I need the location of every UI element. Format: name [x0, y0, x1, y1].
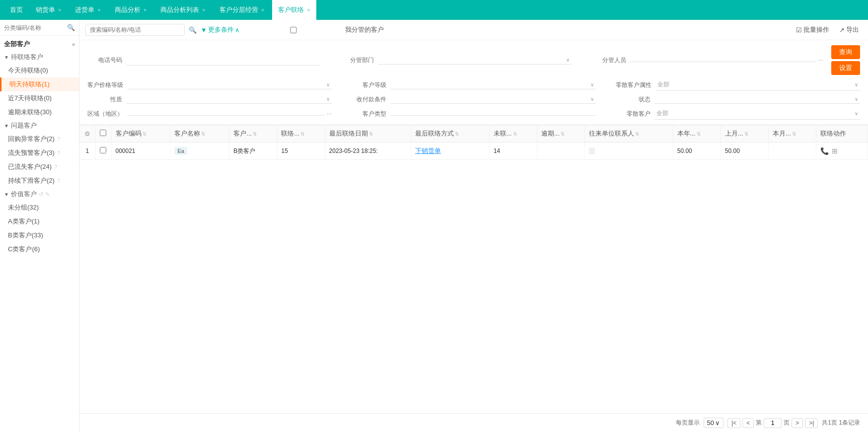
- col-contact-count-header[interactable]: 联络... ⇅: [277, 125, 325, 143]
- nav-tab-5[interactable]: 客户联络 ×: [272, 0, 316, 20]
- nav-tab-0[interactable]: 销货单 ×: [30, 0, 67, 20]
- my-customers-checkbox-area[interactable]: 我分管的客户: [244, 25, 384, 34]
- row-last-method[interactable]: 下销货单: [411, 143, 489, 160]
- price-level-select[interactable]: ∨: [127, 80, 332, 89]
- close-tab-1-icon[interactable]: ×: [97, 7, 100, 13]
- sidebar-item-c-class[interactable]: C类客户(6): [0, 242, 79, 256]
- sort-overdue-icon: ⇅: [561, 131, 565, 137]
- sidebar-item-repurchase[interactable]: 回购异常客户(2) ?: [0, 132, 79, 146]
- nav-tab-1[interactable]: 进货单 ×: [69, 0, 106, 20]
- edit-icon[interactable]: ✎: [45, 191, 50, 198]
- row-checkbox-cell[interactable]: [95, 143, 111, 160]
- row-type: B类客户: [229, 143, 277, 160]
- table-settings-icon[interactable]: ⚙: [84, 130, 90, 138]
- nav-home[interactable]: 首页: [5, 5, 28, 14]
- sidebar-search-input[interactable]: [4, 24, 67, 31]
- action-grid-icon[interactable]: ⊞: [832, 147, 838, 155]
- select-all-checkbox[interactable]: [100, 130, 106, 136]
- sidebar-search-icon[interactable]: 🔍: [67, 24, 75, 31]
- export-btn[interactable]: ↗ 导出: [836, 24, 862, 36]
- next-page-btn[interactable]: >: [792, 418, 803, 428]
- col-last-month-header[interactable]: 上月... ⇅: [721, 125, 768, 143]
- sidebar-item-churn-warn[interactable]: 流失预警客户(3) ?: [0, 146, 79, 160]
- more-filter-btn[interactable]: ▼ 更多条件 ∧: [201, 25, 240, 34]
- col-unit-contact-header[interactable]: 往来单位联系人 ⇅: [585, 125, 673, 143]
- sidebar-item-churned[interactable]: 已流失客户(24) ?: [0, 160, 79, 174]
- sidebar-search-area: 🔍: [0, 20, 79, 36]
- nav-tab-2[interactable]: 商品分析 ×: [109, 0, 152, 20]
- action-phone-icon[interactable]: 📞: [820, 147, 829, 155]
- phone-input[interactable]: [126, 55, 319, 66]
- last-page-btn[interactable]: >|: [805, 418, 818, 428]
- collapse-icon[interactable]: «: [72, 41, 75, 47]
- sidebar-item-tomorrow[interactable]: 明天待联络(1): [0, 77, 79, 91]
- batch-op-btn[interactable]: ☑ 批量操作: [793, 24, 832, 36]
- help-icon-0: ?: [57, 137, 60, 142]
- cust-type-select[interactable]: [390, 112, 596, 116]
- sidebar-item-overdue[interactable]: 逾期未联络(30): [0, 105, 79, 119]
- status-select[interactable]: ∨: [654, 95, 860, 104]
- sidebar-item-today[interactable]: 今天待联络(0): [0, 64, 79, 77]
- sidebar-item-declining[interactable]: 持续下滑客户(2) ?: [0, 174, 79, 188]
- name-tag: Ea: [174, 147, 187, 155]
- phone-label: 电话号码: [87, 56, 122, 65]
- prev-page-btn[interactable]: <: [742, 418, 754, 428]
- search-input[interactable]: [85, 24, 185, 36]
- page-suffix: 页: [784, 419, 790, 427]
- my-customers-checkbox[interactable]: [244, 27, 343, 33]
- region-dots[interactable]: ···: [327, 110, 332, 117]
- col-code-header[interactable]: 客户编码 ⇅: [111, 125, 170, 143]
- retail-attr-select[interactable]: 全部 ∨: [655, 79, 860, 91]
- col-overdue-header[interactable]: 逾期... ⇅: [537, 125, 585, 143]
- page-size-chevron-icon: ∨: [715, 419, 720, 427]
- close-tab-2-icon[interactable]: ×: [144, 7, 146, 13]
- col-name-header[interactable]: 客户名称 ⇅: [170, 125, 229, 143]
- close-tab-5-icon[interactable]: ×: [307, 7, 310, 13]
- nav-tab-3[interactable]: 商品分析列表 ×: [154, 0, 211, 20]
- col-last-method-header[interactable]: 最后联络方式 ⇅: [411, 125, 489, 143]
- sidebar-item-ungrouped[interactable]: 未分组(32): [0, 201, 79, 215]
- col-last-date-header[interactable]: 最后联络日期 ⇅: [325, 125, 411, 143]
- refresh-icon[interactable]: ↺: [39, 191, 43, 198]
- adv-field-region: 区域（地区） ···: [87, 110, 332, 118]
- sidebar-item-a-class[interactable]: A类客户(1): [0, 215, 79, 228]
- value-arrow-icon: ▼: [4, 192, 9, 197]
- region-select[interactable]: [127, 112, 325, 116]
- close-tab-0-icon[interactable]: ×: [58, 7, 61, 13]
- problem-customers-group[interactable]: ▼ 问题客户: [0, 119, 79, 132]
- nav-tab-4[interactable]: 客户分层经营 ×: [214, 0, 270, 20]
- customer-level-select[interactable]: ∨: [390, 80, 596, 89]
- adv-filter-row-3: 性质 ∨ 收付款条件 ∨ 状态: [87, 95, 860, 104]
- person-select[interactable]: [630, 59, 816, 62]
- nature-select[interactable]: ∨: [126, 95, 332, 104]
- row-name[interactable]: Ea: [170, 143, 229, 160]
- sidebar-item-7days[interactable]: 近7天待联络(0): [0, 91, 79, 105]
- query-button[interactable]: 查询: [831, 45, 860, 59]
- col-type-header[interactable]: 客户... ⇅: [229, 125, 277, 143]
- row-checkbox[interactable]: [100, 147, 106, 153]
- sidebar-item-b-class[interactable]: B类客户(33): [0, 228, 79, 242]
- sort-this-month-icon: ⇅: [792, 131, 796, 137]
- adv-actions: 查询 设置: [831, 45, 860, 75]
- pending-contact-group[interactable]: ▼ 待联络客户: [0, 51, 79, 64]
- col-settings[interactable]: ⚙: [79, 125, 95, 143]
- col-uncontacted-header[interactable]: 未联... ⇅: [489, 125, 537, 143]
- dept-select[interactable]: ∨: [378, 56, 571, 65]
- settings-button[interactable]: 设置: [831, 61, 860, 75]
- person-dots[interactable]: ···: [818, 57, 823, 64]
- value-customers-group[interactable]: ▼ 价值客户 ↺ ✎: [0, 188, 79, 201]
- first-page-btn[interactable]: |<: [727, 418, 740, 428]
- last-method-link[interactable]: 下销货单: [415, 147, 441, 154]
- col-this-year-header[interactable]: 本年... ⇅: [673, 125, 721, 143]
- search-btn[interactable]: 🔍: [189, 26, 197, 34]
- col-this-month-header[interactable]: 本月... ⇅: [768, 125, 816, 143]
- col-checkbox[interactable]: [95, 125, 111, 143]
- payment-select[interactable]: ∨: [390, 95, 596, 104]
- all-customers-header[interactable]: 全部客户 «: [0, 36, 79, 51]
- close-tab-3-icon[interactable]: ×: [202, 7, 205, 13]
- page-size-select[interactable]: 50 ∨: [704, 418, 723, 428]
- table-row: 1 000021 Ea B类客户 15 2023-05-23 18:25: 下销…: [79, 143, 868, 160]
- retail-cust-select[interactable]: 全部 ∨: [654, 108, 860, 120]
- close-tab-4-icon[interactable]: ×: [261, 7, 264, 13]
- page-input[interactable]: [764, 418, 782, 428]
